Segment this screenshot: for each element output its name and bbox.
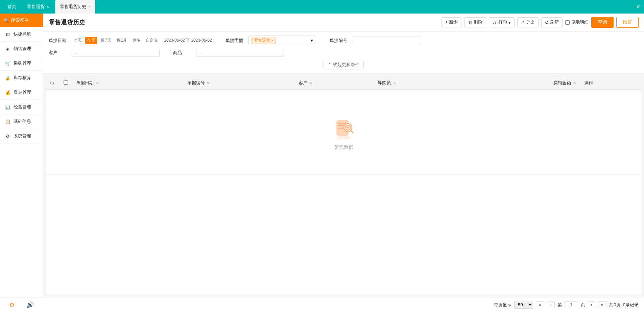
refresh-icon: ↺: [545, 20, 549, 25]
last-page-button[interactable]: »: [598, 301, 606, 308]
date-btn-custom[interactable]: 自定义: [144, 37, 160, 44]
date-filter-label: 单据日期: [49, 38, 69, 44]
select-all-checkbox[interactable]: [64, 80, 68, 85]
refresh-label: 刷新: [550, 19, 559, 25]
sidebar-item-basic-info[interactable]: 📋 基础信息: [0, 114, 43, 129]
svg-rect-4: [338, 128, 343, 129]
th-amount-sort-icon[interactable]: ⇅: [573, 81, 576, 85]
header-actions: + 新增 🗑 删除 🖨 打印 ▾ ↗ 导出 ↺ 刷新: [442, 17, 639, 28]
home-icon: ⊡: [5, 31, 11, 37]
tab-retail-return-history-close[interactable]: ×: [88, 4, 91, 9]
date-btn-7days[interactable]: 近7天: [99, 37, 113, 44]
svg-rect-2: [338, 123, 346, 124]
collapse-button[interactable]: ⌃ 收起更多条件: [324, 60, 364, 69]
svg-rect-3: [338, 125, 344, 126]
doc-type-tag-close[interactable]: ×: [271, 39, 273, 43]
goods-input[interactable]: [196, 49, 284, 57]
tab-home[interactable]: 首页: [3, 0, 21, 14]
show-detail-label: 显示明细: [571, 19, 589, 25]
sidebar-item-finance[interactable]: 💰 资金管理: [0, 85, 43, 100]
collapse-icon: ⌃: [328, 62, 332, 67]
export-button[interactable]: ↗ 导出: [517, 17, 539, 27]
empty-text: 暂无数据: [334, 144, 353, 151]
show-detail-checkbox-label[interactable]: 显示明细: [565, 19, 589, 25]
doc-number-filter-label: 单据编号: [330, 38, 350, 44]
svg-line-6: [351, 131, 353, 133]
gear-icon[interactable]: ⚙: [9, 301, 15, 309]
th-checkbox[interactable]: [59, 76, 72, 90]
th-number-sort-icon[interactable]: ⇅: [207, 81, 210, 85]
filter-row-2: 客户 商品: [49, 49, 639, 57]
date-btn-more[interactable]: 更多: [130, 37, 142, 44]
sidebar-search-label: 搜索菜单: [11, 17, 28, 23]
filter-area: 单据日期 昨天 今天 近7天 近1月 更多 自定义 2023-06-02 至 2…: [43, 31, 644, 74]
refresh-button[interactable]: ↺ 刷新: [541, 17, 563, 27]
th-guide: 导购员 ⇅: [374, 76, 469, 90]
th-guide-label: 导购员: [378, 80, 391, 85]
sidebar-item-system[interactable]: ⚙ 系统管理: [0, 129, 43, 143]
th-customer-sort-icon[interactable]: ⇅: [309, 81, 312, 85]
query-button[interactable]: 查询: [591, 17, 614, 28]
sidebar-search[interactable]: 🔍 搜索菜单: [0, 14, 43, 27]
next-page-button[interactable]: ›: [588, 301, 595, 308]
total-records: 共0页, 0条记录: [609, 302, 639, 308]
first-page-button[interactable]: «: [536, 301, 544, 308]
print-button[interactable]: 🖨 打印 ▾: [489, 17, 515, 27]
th-action: 操作: [580, 76, 641, 90]
tab-retail-return[interactable]: 零售退货 ×: [22, 0, 54, 14]
date-btn-yesterday[interactable]: 昨天: [72, 37, 84, 44]
print-icon: 🖨: [493, 20, 497, 25]
date-btn-today[interactable]: 今天: [85, 37, 97, 44]
volume-icon[interactable]: 🔊: [26, 301, 34, 309]
sidebar-item-label-finance: 资金管理: [14, 89, 31, 95]
empty-state: 暂无数据: [50, 93, 637, 171]
page-suffix: 页: [581, 302, 585, 308]
inventory-icon: 🔒: [5, 75, 11, 81]
doc-type-filter-label: 单据类型: [225, 38, 246, 44]
page-header: 零售退货历史 + 新增 🗑 删除 🖨 打印 ▾ ↗ 导出 ↺: [43, 14, 644, 31]
setting-button[interactable]: 设置: [616, 17, 639, 28]
date-btn-1month[interactable]: 近1月: [115, 37, 129, 44]
sidebar-item-sales[interactable]: ◈ 销售管理: [0, 42, 43, 56]
customer-input[interactable]: [72, 49, 160, 57]
sidebar-item-inventory[interactable]: 🔒 库存核算: [0, 71, 43, 85]
print-label: 打印: [498, 19, 507, 25]
th-date: 单据日期 ⇅: [72, 76, 183, 90]
th-date-sort-icon[interactable]: ⇅: [96, 81, 99, 85]
date-range-display: 2023-06-02 至 2023-06-02: [164, 38, 212, 43]
tab-retail-return-history[interactable]: 零售退货历史 ×: [55, 0, 95, 14]
empty-state-row: 暂无数据: [46, 90, 641, 175]
th-settings[interactable]: ⚙: [46, 76, 59, 90]
sidebar-item-label-system: 系统管理: [14, 133, 31, 139]
delete-button[interactable]: 🗑 删除: [464, 17, 486, 27]
delete-label: 删除: [474, 19, 482, 25]
page-size-select[interactable]: 50 20 100: [514, 301, 533, 309]
page-input[interactable]: [565, 301, 578, 308]
search-icon: 🔍: [3, 18, 9, 23]
system-icon: ⚙: [5, 133, 11, 139]
doc-type-select[interactable]: 零售退货 × ▾: [248, 36, 316, 45]
info-icon: 📋: [5, 118, 11, 125]
window-close-button[interactable]: ×: [636, 3, 640, 10]
tab-retail-return-close[interactable]: ×: [47, 4, 49, 9]
export-icon: ↗: [521, 20, 525, 25]
operation-icon: 📊: [5, 104, 11, 110]
prev-page-button[interactable]: ‹: [547, 301, 554, 308]
show-detail-checkbox[interactable]: [565, 20, 570, 25]
sidebar-item-quick-nav[interactable]: ⊡ 快捷导航: [0, 27, 43, 42]
th-number: 单据编号 ⇅: [183, 76, 294, 90]
page-size-label: 每页显示: [494, 302, 511, 308]
page-title: 零售退货历史: [49, 18, 85, 26]
pagination-area: 每页显示 50 20 100 « ‹ 第 页 › » 共0页, 0条记录: [43, 297, 644, 312]
delete-icon: 🗑: [468, 20, 472, 25]
sales-icon: ◈: [5, 46, 11, 52]
main-layout: 🔍 搜索菜单 ⊡ 快捷导航 ◈ 销售管理 🛒 采购管理 🔒 库存核算 💰 资金管…: [0, 14, 644, 312]
th-guide-sort-icon[interactable]: ⇅: [393, 81, 396, 85]
sidebar-item-operation[interactable]: 📊 经营管理: [0, 100, 43, 114]
doc-type-tag-label: 零售退货: [254, 38, 270, 43]
add-button[interactable]: + 新增: [442, 17, 461, 27]
sidebar-item-label-purchase: 采购管理: [14, 60, 31, 66]
print-dropdown-icon: ▾: [508, 20, 511, 25]
doc-number-input[interactable]: [353, 37, 420, 44]
sidebar-item-purchase[interactable]: 🛒 采购管理: [0, 56, 43, 71]
